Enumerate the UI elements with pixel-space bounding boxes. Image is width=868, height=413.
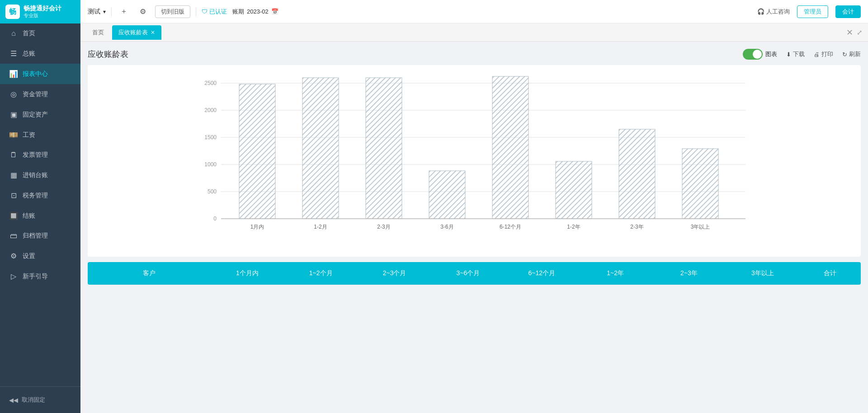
topbar-divider-1 [111,7,112,16]
sidebar-item-funds[interactable]: ◎ 资金管理 [0,84,80,104]
app-logo-text: 畅捷通好会计 专业版 [24,5,61,19]
accountant-button[interactable]: 会计 [835,5,861,18]
bar-4 [429,171,465,219]
col-header-total: 合计 [799,262,861,285]
table-container: 客户 1个月内 1~2个月 2~3个月 3~6个月 6~12个月 1~2年 2~… [88,262,861,285]
pin-icon: ◀◀ [9,397,18,404]
consult-button[interactable]: 🎧 人工咨询 [757,8,790,16]
app-logo-icon: 畅 [5,5,20,19]
sidebar: 畅 畅捷通好会计 专业版 ⌂ 首页 ☰ 总账 📊 报表中心 ◎ 资金管理 ▣ 固… [0,0,80,413]
period-selector[interactable]: 账期 2023-02 📅 [232,8,278,16]
svg-text:1000: 1000 [204,161,217,168]
sidebar-item-home[interactable]: ⌂ 首页 [0,23,80,43]
sidebar-item-close[interactable]: 🔲 结账 [0,206,80,226]
col-header-customer: 客户 [88,262,210,285]
add-button[interactable]: ＋ [117,5,131,19]
svg-text:500: 500 [208,188,217,195]
svg-text:1-2年: 1-2年 [567,224,580,230]
bar-2 [302,78,339,219]
col-header-2-3m: 2~3个月 [358,262,431,285]
col-header-1-2y: 1~2年 [579,262,652,285]
svg-text:2500: 2500 [204,80,217,86]
svg-text:1500: 1500 [204,134,217,141]
col-header-1m: 1个月内 [210,262,284,285]
sidebar-item-assets[interactable]: ▣ 固定资产 [0,104,80,125]
sidebar-item-inventory[interactable]: ▦ 进销台账 [0,165,80,185]
sidebar-logo: 畅 畅捷通好会计 专业版 [0,0,80,23]
inventory-icon: ▦ [9,171,18,179]
sidebar-item-reports[interactable]: 📊 报表中心 [0,64,80,84]
col-header-3-6m: 3~6个月 [431,262,505,285]
bar-6 [556,161,592,219]
sidebar-item-ledger[interactable]: ☰ 总账 [0,43,80,64]
print-button[interactable]: 🖨 打印 [814,50,833,58]
svg-text:0: 0 [213,216,217,222]
funds-icon: ◎ [9,90,18,99]
shield-icon: 🛡 [202,8,208,15]
svg-text:3年以上: 3年以上 [691,224,710,230]
content-area: 应收账龄表 图表 ⬇ 下载 🖨 打印 ↻ 刷新 [80,42,868,413]
chevron-down-icon: ▾ [103,9,106,15]
page-title: 应收账龄表 [88,49,128,60]
svg-text:3-6月: 3-6月 [440,224,453,230]
page-header: 应收账龄表 图表 ⬇ 下载 🖨 打印 ↻ 刷新 [88,49,861,60]
tab-close-icon[interactable]: ✕ [151,29,155,36]
close-accounts-icon: 🔲 [9,211,18,220]
close-window-icon[interactable]: ✕ [846,28,853,38]
reports-icon: 📊 [9,70,18,78]
sidebar-item-invoice[interactable]: 🗒 发票管理 [0,145,80,165]
archive-icon: 🗃 [9,232,18,240]
sidebar-item-tax[interactable]: ⊡ 税务管理 [0,185,80,206]
sidebar-pin-button[interactable]: ◀◀ 取消固定 [0,391,80,408]
home-icon: ⌂ [9,29,18,38]
bar-3 [366,78,402,219]
gear-icon: ⚙ [9,252,18,260]
col-header-2-3y: 2~3年 [652,262,726,285]
verified-badge: 🛡 已认证 [202,8,227,16]
bar-5 [492,76,528,219]
guide-icon: ▷ [9,272,18,281]
sidebar-item-settings[interactable]: ⚙ 设置 [0,246,80,266]
col-header-3y-plus: 3年以上 [726,262,799,285]
chart-toggle[interactable] [743,49,763,60]
refresh-icon: ↻ [842,51,847,58]
expand-icon[interactable]: ⤢ [857,28,863,37]
project-selector[interactable]: 测试 ▾ [88,8,106,16]
tabs-bar: 首页 应收账龄表 ✕ ✕ ⤢ [80,23,868,42]
svg-text:1-2月: 1-2月 [314,224,327,230]
invoice-icon: 🗒 [9,151,18,159]
ledger-icon: ☰ [9,49,18,58]
svg-text:2-3月: 2-3月 [377,224,390,230]
col-header-1-2m: 1~2个月 [284,262,358,285]
headset-icon: 🎧 [757,8,764,15]
tabs-right-actions: ✕ ⤢ [846,28,863,38]
bar-8 [682,149,718,219]
svg-text:1月内: 1月内 [250,224,264,230]
chart-toggle-label: 图表 [765,50,777,58]
topbar-divider-2 [196,7,196,16]
download-icon: ⬇ [786,51,791,58]
tab-home[interactable]: 首页 [86,25,110,40]
main-area: 测试 ▾ ＋ ⚙ 切到旧版 🛡 已认证 账期 2023-02 📅 🎧 人工咨询 … [80,0,868,413]
chart-toggle-container: 图表 [743,49,777,60]
tab-aging[interactable]: 应收账龄表 ✕ [112,25,161,40]
svg-text:6-12个月: 6-12个月 [500,224,521,230]
sidebar-item-guide[interactable]: ▷ 新手引导 [0,266,80,286]
topbar: 测试 ▾ ＋ ⚙ 切到旧版 🛡 已认证 账期 2023-02 📅 🎧 人工咨询 … [80,0,868,23]
tax-icon: ⊡ [9,191,18,200]
download-button[interactable]: ⬇ 下载 [786,50,805,58]
print-icon: 🖨 [814,51,820,58]
sidebar-item-archive[interactable]: 🗃 归档管理 [0,226,80,246]
refresh-button[interactable]: ↻ 刷新 [842,50,861,58]
table-header: 客户 1个月内 1~2个月 2~3个月 3~6个月 6~12个月 1~2年 2~… [88,262,861,285]
topbar-right: 🎧 人工咨询 管理员 会计 [757,5,861,18]
bar-1 [239,84,275,219]
switch-version-button[interactable]: 切到旧版 [155,5,190,18]
settings-icon[interactable]: ⚙ [136,5,150,19]
sidebar-nav: ⌂ 首页 ☰ 总账 📊 报表中心 ◎ 资金管理 ▣ 固定资产 💴 工资 🗒 发票… [0,23,80,386]
svg-text:2000: 2000 [204,107,217,113]
col-header-6-12m: 6~12个月 [505,262,579,285]
manager-button[interactable]: 管理员 [797,5,828,18]
sidebar-item-payroll[interactable]: 💴 工资 [0,125,80,145]
page-actions: 图表 ⬇ 下载 🖨 打印 ↻ 刷新 [743,49,861,60]
